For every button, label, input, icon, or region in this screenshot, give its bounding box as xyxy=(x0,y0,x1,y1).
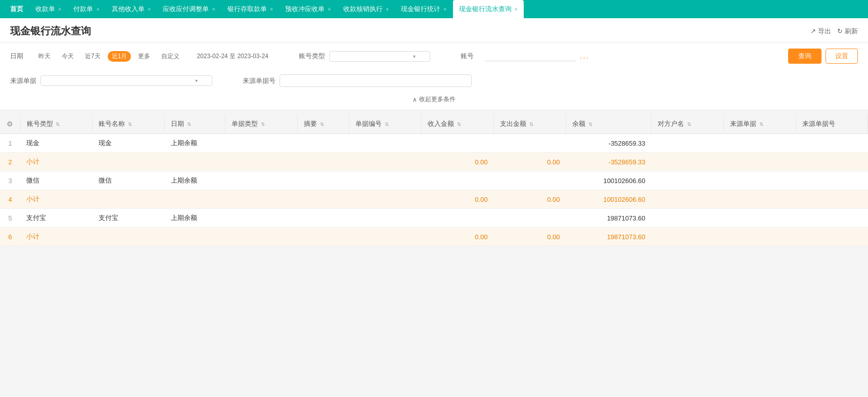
col-doc-no[interactable]: 单据编号 ⇅ xyxy=(349,114,422,134)
nav-item-bank-deposit[interactable]: 银行存取款单 × xyxy=(221,0,279,18)
more-dots-button[interactable]: ... xyxy=(580,52,589,61)
account-type-select[interactable]: ▾ xyxy=(329,51,430,62)
cell-counterpart xyxy=(652,228,724,246)
nav-item-home[interactable]: 首页 xyxy=(4,0,29,18)
nav-item-receipt[interactable]: 收款单 × xyxy=(29,0,67,18)
refresh-button[interactable]: ↻ 刷新 xyxy=(837,27,858,36)
col-expense[interactable]: 支出金额 ⇅ xyxy=(494,114,566,134)
date-btn-custom[interactable]: 自定义 xyxy=(157,51,184,62)
cell-balance: 100102606.60 xyxy=(566,171,652,190)
export-button[interactable]: ↗ 导出 xyxy=(810,27,831,36)
table-row: 6小计0.000.0019871073.60 xyxy=(0,228,868,246)
date-btn-last1month[interactable]: 近1月 xyxy=(108,51,131,62)
cell-expense xyxy=(494,134,566,153)
cell-source_doc xyxy=(724,190,796,209)
sort-icon: ⇅ xyxy=(457,121,461,127)
close-icon[interactable]: × xyxy=(58,6,61,12)
cell-summary xyxy=(298,228,349,246)
cell-counterpart xyxy=(652,134,724,153)
sort-icon: ⇅ xyxy=(320,121,324,127)
close-icon[interactable]: × xyxy=(96,6,99,12)
cell-source_doc xyxy=(724,228,796,246)
cell-summary xyxy=(298,209,349,228)
cell-doc_type xyxy=(225,209,298,228)
nav-item-pre-receipt[interactable]: 预收冲应收单 × xyxy=(279,0,337,18)
sort-icon: ⇅ xyxy=(588,121,592,127)
col-source-doc-no[interactable]: 来源单据号 xyxy=(796,114,867,134)
cell-balance: -3528659.33 xyxy=(566,134,652,153)
cell-source_doc xyxy=(724,153,796,171)
nav-item-collection-exec[interactable]: 收款核销执行 × xyxy=(337,0,395,18)
cell-doc_type xyxy=(225,171,298,190)
col-account-name[interactable]: 账号名称 ⇅ xyxy=(93,114,165,134)
nav-item-other-income[interactable]: 其他收入单 × xyxy=(106,0,157,18)
nav-item-cash-bank-flow[interactable]: 现金银行流水查询 × xyxy=(453,0,524,18)
cell-doc_no xyxy=(349,134,422,153)
date-btn-last7days[interactable]: 近7天 xyxy=(81,51,105,62)
source-doc-select[interactable]: ▾ xyxy=(40,75,212,86)
close-icon[interactable]: × xyxy=(270,6,273,12)
close-icon[interactable]: × xyxy=(386,6,389,12)
cell-doc_type xyxy=(225,134,298,153)
source-doc-no-input[interactable] xyxy=(280,74,472,87)
account-input[interactable] xyxy=(485,51,576,61)
close-icon[interactable]: × xyxy=(212,6,215,12)
cell-balance: 100102606.60 xyxy=(566,190,652,209)
close-icon[interactable]: × xyxy=(328,6,331,12)
cell-date: 上期余额 xyxy=(165,171,225,190)
sort-icon: ⇅ xyxy=(128,121,132,127)
col-counterpart[interactable]: 对方户名 ⇅ xyxy=(652,114,724,134)
sort-icon: ⇅ xyxy=(261,121,265,127)
date-shortcuts: 昨天 今天 近7天 近1月 更多 自定义 xyxy=(34,51,184,62)
cell-summary xyxy=(298,190,349,209)
table-row: 5支付宝支付宝上期余额19871073.60 xyxy=(0,209,868,228)
page-title: 现金银行流水查询 xyxy=(10,24,91,38)
cell-date xyxy=(165,228,225,246)
cell-doc_type xyxy=(225,190,298,209)
date-range-display: 2023-02-24 至 2023-03-24 xyxy=(197,52,268,61)
close-icon[interactable]: × xyxy=(443,6,446,12)
col-doc-type[interactable]: 单据类型 ⇅ xyxy=(225,114,298,134)
col-income[interactable]: 收入金额 ⇅ xyxy=(422,114,494,134)
gear-icon[interactable]: ⚙ xyxy=(7,120,13,128)
cell-summary xyxy=(298,134,349,153)
cell-expense: 0.00 xyxy=(494,153,566,171)
col-source-doc[interactable]: 来源单据 ⇅ xyxy=(724,114,796,134)
date-btn-yesterday[interactable]: 昨天 xyxy=(34,51,55,62)
cell-account_type: 微信 xyxy=(20,171,93,190)
cell-date xyxy=(165,190,225,209)
action-buttons: 查询 设置 xyxy=(788,49,858,64)
cell-income xyxy=(422,209,494,228)
source-doc-label: 来源单据 xyxy=(10,76,36,85)
date-btn-more[interactable]: 更多 xyxy=(134,51,154,62)
collapse-bar[interactable]: ∧ 收起更多条件 xyxy=(10,92,858,104)
sort-icon: ⇅ xyxy=(687,121,691,127)
setting-button[interactable]: 设置 xyxy=(826,49,858,64)
cell-source_doc xyxy=(724,209,796,228)
cell-account_name: 现金 xyxy=(93,134,165,153)
col-gear[interactable]: ⚙ xyxy=(0,114,20,134)
data-table-container: ⚙ 账号类型 ⇅ 账号名称 ⇅ 日期 ⇅ 单据类型 ⇅ xyxy=(0,114,868,246)
close-icon[interactable]: × xyxy=(148,6,151,12)
close-icon[interactable]: × xyxy=(515,6,518,12)
chevron-down-icon: ▾ xyxy=(413,54,416,59)
col-summary[interactable]: 摘要 ⇅ xyxy=(298,114,349,134)
col-balance[interactable]: 余额 ⇅ xyxy=(566,114,652,134)
nav-item-payment[interactable]: 付款单 × xyxy=(67,0,105,18)
cell-income: 0.00 xyxy=(422,190,494,209)
date-btn-today[interactable]: 今天 xyxy=(58,51,78,62)
cell-counterpart xyxy=(652,190,724,209)
table-header-row: ⚙ 账号类型 ⇅ 账号名称 ⇅ 日期 ⇅ 单据类型 ⇅ xyxy=(0,114,868,134)
account-label: 账号 xyxy=(461,52,481,61)
col-account-type[interactable]: 账号类型 ⇅ xyxy=(20,114,93,134)
source-doc-no-filter-group: 来源单据号 xyxy=(243,74,472,87)
account-type-filter-group: 账号类型 ▾ xyxy=(299,51,430,62)
nav-item-cash-bank-stat[interactable]: 现金银行统计 × xyxy=(395,0,452,18)
header-actions: ↗ 导出 ↻ 刷新 xyxy=(810,27,858,36)
source-doc-no-label: 来源单据号 xyxy=(243,76,276,85)
nav-item-ap-ar-adjust[interactable]: 应收应付调整单 × xyxy=(157,0,221,18)
query-button[interactable]: 查询 xyxy=(788,49,821,64)
col-date[interactable]: 日期 ⇅ xyxy=(165,114,225,134)
cell-balance: -3528659.33 xyxy=(566,153,652,171)
cell-income xyxy=(422,134,494,153)
